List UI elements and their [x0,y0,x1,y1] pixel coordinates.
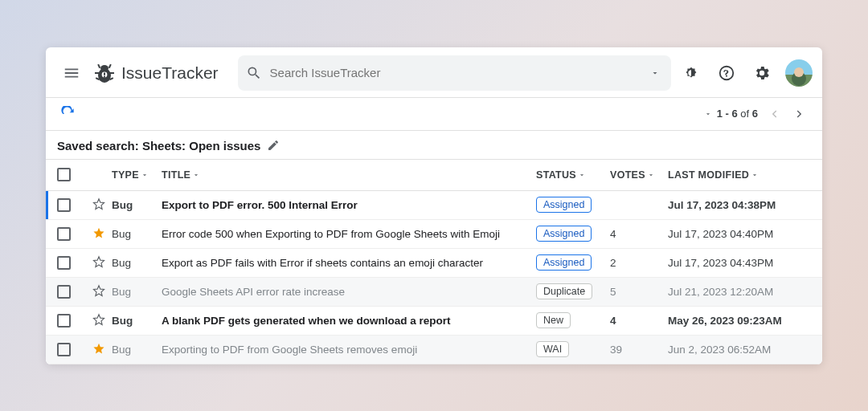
saved-search-label: Saved search: Sheets: Open issues [57,139,260,153]
pager-of: of [740,108,749,120]
column-last-modified[interactable]: LAST MODIFIED [668,169,811,181]
column-status[interactable]: STATUS [536,169,610,181]
sort-icon [647,171,655,179]
svg-rect-9 [104,72,105,75]
cell-status: Assigned [536,254,610,271]
table-row[interactable]: BugGoogle Sheets API error rate increase… [46,278,822,307]
cell-votes: 5 [610,286,668,298]
cell-title[interactable]: Google Sheets API error rate increase [162,286,536,298]
column-type[interactable]: TYPE [112,169,162,181]
menu-button[interactable] [55,57,88,89]
row-checkbox[interactable] [57,198,71,212]
cell-votes: 39 [610,344,668,356]
user-avatar[interactable] [785,59,813,87]
status-badge: Duplicate [536,283,592,299]
svg-rect-2 [97,63,100,67]
row-checkbox[interactable] [57,314,71,328]
row-checkbox[interactable] [57,256,71,270]
chevron-left-icon [767,107,781,121]
svg-rect-3 [108,63,112,67]
cell-status: WAI [536,341,610,357]
pager-next-button[interactable] [787,101,813,127]
cell-type: Bug [112,199,162,211]
help-icon [718,64,735,82]
star-button[interactable] [86,197,112,211]
table-row[interactable]: BugExport as PDF fails with Error if she… [46,249,822,278]
app-title: IssueTracker [121,63,219,83]
sort-icon [192,171,200,179]
saved-search-header: Saved search: Sheets: Open issues [46,131,822,159]
svg-rect-5 [110,72,114,74]
cell-last-modified: May 26, 2023 09:23AM [668,315,811,327]
status-badge: Assigned [536,197,592,213]
row-checkbox[interactable] [57,227,71,241]
help-button[interactable] [711,58,742,88]
theme-toggle-button[interactable] [676,58,706,88]
logo-block[interactable]: IssueTracker [94,62,219,84]
star-button[interactable] [86,283,112,298]
svg-rect-10 [104,75,105,77]
star-button[interactable] [86,312,112,327]
table-header: TYPE TITLE STATUS VOTES LAST MODIFIED [46,159,822,191]
row-checkbox[interactable] [57,343,71,356]
status-badge: New [536,312,571,328]
refresh-button[interactable] [55,101,81,127]
cell-type: Bug [112,344,162,356]
column-title[interactable]: TITLE [162,169,536,181]
column-votes[interactable]: VOTES [610,169,668,181]
status-badge: WAI [536,341,569,357]
cell-type: Bug [112,257,162,269]
search-box[interactable] [238,55,671,91]
cell-title[interactable]: Error code 500 when Exporting to PDF fro… [162,228,536,240]
cell-type: Bug [112,315,162,327]
star-button[interactable] [86,254,112,269]
list-toolbar: 1 - 6 of 6 [46,97,822,131]
cell-votes: 4 [610,315,668,327]
pager-label: 1 - 6 of 6 [717,108,758,120]
star-button[interactable] [86,226,112,240]
cell-title[interactable]: A blank PDF gets generated when we downl… [162,315,536,327]
star-button[interactable] [86,341,112,356]
cell-status: Assigned [536,226,610,242]
sort-icon [751,171,759,179]
svg-rect-4 [95,72,99,74]
pencil-icon [267,139,280,152]
pager-total: 6 [752,108,758,120]
table-row[interactable]: BugExporting to PDF from Google Sheets r… [46,336,822,364]
issue-tracker-window: IssueTracker 1 - 6 of [46,47,822,364]
select-all-checkbox[interactable] [57,168,71,181]
status-badge: Assigned [536,226,592,242]
chevron-down-icon [704,110,712,118]
refresh-icon [60,106,76,122]
cell-last-modified: Jul 17, 2023 04:40PM [668,228,811,240]
status-badge: Assigned [536,254,592,271]
pager-menu-button[interactable] [699,110,717,118]
cell-votes: 4 [610,228,668,240]
chevron-down-icon [650,68,660,78]
hamburger-icon [63,64,80,82]
cell-last-modified: Jul 17, 2023 04:38PM [668,199,811,211]
settings-button[interactable] [747,58,777,88]
cell-type: Bug [112,228,162,240]
topbar: IssueTracker [46,47,822,97]
cell-status: New [536,312,610,328]
table-row[interactable]: BugExport to PDF error. 500 Internal Err… [46,191,822,220]
cell-type: Bug [112,286,162,298]
edit-saved-search-button[interactable] [267,139,280,152]
search-input[interactable] [270,66,639,79]
cell-status: Assigned [536,197,610,213]
sort-icon [578,171,586,179]
cell-last-modified: Jun 2, 2023 06:52AM [668,344,811,356]
search-dropdown-button[interactable] [647,65,663,81]
cell-title[interactable]: Export as PDF fails with Error if sheets… [162,257,536,269]
table-row[interactable]: BugError code 500 when Exporting to PDF … [46,220,822,249]
cell-last-modified: Jul 21, 2023 12:20AM [668,286,811,298]
table-row[interactable]: BugA blank PDF gets generated when we do… [46,307,822,336]
row-checkbox[interactable] [57,285,71,299]
cell-title[interactable]: Export to PDF error. 500 Internal Error [162,199,536,211]
bug-logo-icon [94,62,115,84]
gear-icon [753,64,771,82]
pager-range: 1 - 6 [717,108,738,120]
pager-prev-button[interactable] [761,101,787,127]
cell-title[interactable]: Exporting to PDF from Google Sheets remo… [162,344,536,356]
